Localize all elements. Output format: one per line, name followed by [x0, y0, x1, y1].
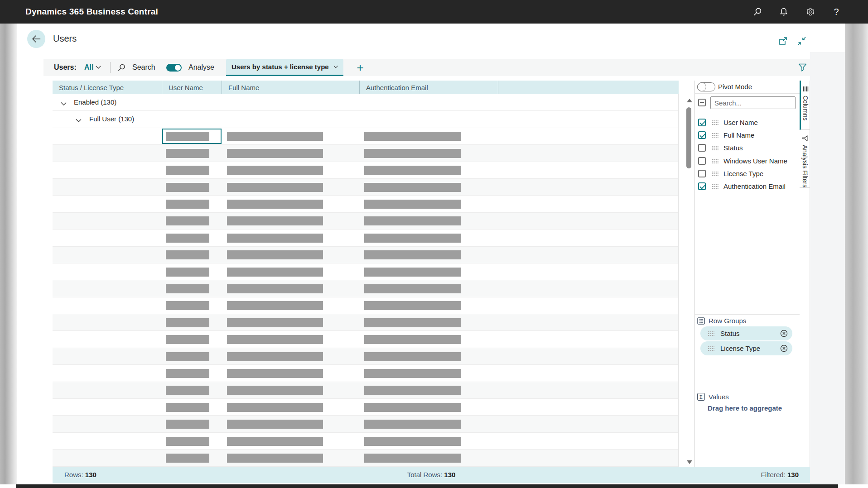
pivot-mode-row: Pivot Mode — [695, 81, 800, 94]
table-row[interactable] — [53, 128, 678, 145]
redacted-value-bar — [166, 183, 209, 192]
search-icon[interactable] — [752, 6, 763, 17]
scroll-up-arrow[interactable] — [687, 99, 692, 102]
pivot-mode-toggle[interactable] — [697, 82, 715, 91]
column-field-row[interactable]: Full Name — [695, 129, 800, 141]
table-row[interactable] — [53, 162, 678, 179]
table-row[interactable] — [53, 382, 678, 399]
row-group-chip[interactable]: License Type — [700, 341, 792, 355]
table-row[interactable] — [53, 280, 678, 297]
group-row-label: Enabled (130) — [74, 98, 116, 106]
filter-funnel-icon[interactable] — [795, 59, 810, 76]
notifications-bell-icon[interactable] — [778, 6, 789, 17]
help-icon[interactable]: ? — [831, 6, 842, 17]
drag-handle-icon[interactable] — [712, 184, 719, 189]
table-row[interactable] — [53, 196, 678, 212]
table-row[interactable] — [53, 314, 678, 331]
redacted-value-bar — [166, 352, 209, 361]
table-row[interactable] — [53, 416, 678, 432]
drag-handle-icon[interactable] — [708, 346, 714, 351]
column-header-authentication-email[interactable]: Authentication Email — [360, 81, 498, 94]
table-row[interactable] — [53, 297, 678, 314]
table-row[interactable] — [53, 348, 678, 365]
tab-columns[interactable]: Columns — [800, 81, 810, 130]
scrollbar-thumb[interactable] — [686, 107, 691, 168]
column-field-list: User Name Full Name Status Wi — [695, 116, 800, 193]
collapse-chevron-icon[interactable] — [76, 116, 82, 124]
column-field-row[interactable]: User Name — [695, 116, 800, 129]
redacted-value-bar — [166, 437, 209, 446]
table-row[interactable] — [53, 247, 678, 263]
panel-divider — [695, 390, 800, 390]
scope-label: Users: — [54, 59, 77, 76]
back-button[interactable] — [27, 30, 45, 48]
tab-analysis-filters[interactable]: Analysis Filters — [800, 130, 810, 188]
top-navigation-bar: Dynamics 365 Business Central ? — [0, 0, 868, 24]
remove-group-icon[interactable] — [780, 330, 788, 337]
row-groups-icon — [697, 317, 705, 325]
open-in-new-window-icon[interactable] — [778, 36, 788, 46]
table-row[interactable] — [53, 331, 678, 348]
column-field-label: User Name — [723, 119, 758, 126]
analysis-view-tab[interactable]: Users by status + license type — [226, 59, 343, 76]
settings-gear-icon[interactable] — [805, 6, 815, 17]
drag-handle-icon[interactable] — [712, 158, 719, 163]
table-row[interactable] — [53, 450, 678, 466]
table-row[interactable] — [53, 263, 678, 280]
redacted-value-bar — [364, 166, 461, 175]
collapse-chevron-icon[interactable] — [61, 100, 67, 108]
drag-handle-icon[interactable] — [712, 133, 719, 138]
redacted-value-bar — [166, 403, 209, 412]
select-all-columns-checkbox[interactable] — [698, 99, 706, 106]
column-field-row[interactable]: License Type — [695, 167, 800, 180]
column-header-user-name[interactable]: User Name — [162, 81, 222, 94]
column-checkbox[interactable] — [698, 170, 706, 177]
group-row-full-user[interactable]: Full User (130) — [53, 111, 678, 128]
add-analysis-tab-button[interactable]: + — [352, 59, 369, 76]
list-search-icon[interactable] — [117, 59, 126, 76]
scope-filter-all[interactable]: All — [84, 59, 93, 76]
column-field-label: License Type — [723, 170, 763, 177]
table-row[interactable] — [53, 145, 678, 162]
table-row[interactable] — [53, 399, 678, 416]
redacted-value-bar — [166, 200, 209, 209]
column-checkbox[interactable] — [698, 119, 706, 126]
group-row-label: Full User (130) — [89, 115, 134, 123]
grid-header-row: Status / License Type User Name Full Nam… — [53, 81, 679, 94]
columns-search-input[interactable] — [710, 96, 796, 109]
redacted-value-bar — [227, 437, 323, 446]
remove-group-icon[interactable] — [780, 344, 788, 352]
column-checkbox[interactable] — [698, 144, 706, 152]
column-header-empty — [498, 81, 679, 94]
analyse-toggle[interactable] — [166, 64, 182, 72]
column-header-full-name[interactable]: Full Name — [222, 81, 360, 94]
drag-handle-icon[interactable] — [712, 145, 719, 150]
table-row[interactable] — [53, 433, 678, 450]
app-title: Dynamics 365 Business Central — [25, 7, 158, 17]
column-checkbox[interactable] — [698, 131, 706, 139]
column-checkbox[interactable] — [698, 157, 706, 165]
drag-handle-icon[interactable] — [712, 120, 719, 125]
column-checkbox[interactable] — [698, 182, 706, 190]
column-field-row[interactable]: Windows User Name — [695, 154, 800, 167]
column-field-row[interactable]: Authentication Email — [695, 180, 800, 192]
column-header-status-license-type[interactable]: Status / License Type — [53, 81, 162, 94]
column-field-row[interactable]: Status — [695, 142, 800, 154]
drag-handle-icon[interactable] — [708, 331, 714, 336]
search-button[interactable]: Search — [132, 59, 155, 76]
grid-scrollbar[interactable] — [685, 96, 693, 467]
table-row[interactable] — [53, 365, 678, 382]
group-row-enabled[interactable]: Enabled (130) — [53, 94, 678, 111]
redacted-value-bar — [364, 200, 461, 209]
table-row[interactable] — [53, 213, 678, 230]
row-group-chip[interactable]: Status — [700, 326, 792, 340]
redacted-value-bar — [166, 268, 209, 277]
collapse-page-icon[interactable] — [796, 36, 806, 46]
drag-handle-icon[interactable] — [712, 171, 719, 176]
redacted-value-bar — [166, 284, 209, 293]
list-toolbar: Users: All Search Analyse Users by statu… — [43, 59, 810, 76]
table-row[interactable] — [53, 179, 678, 196]
scroll-down-arrow[interactable] — [687, 460, 692, 464]
scope-chevron-down-icon[interactable] — [96, 59, 101, 76]
table-row[interactable] — [53, 230, 678, 246]
